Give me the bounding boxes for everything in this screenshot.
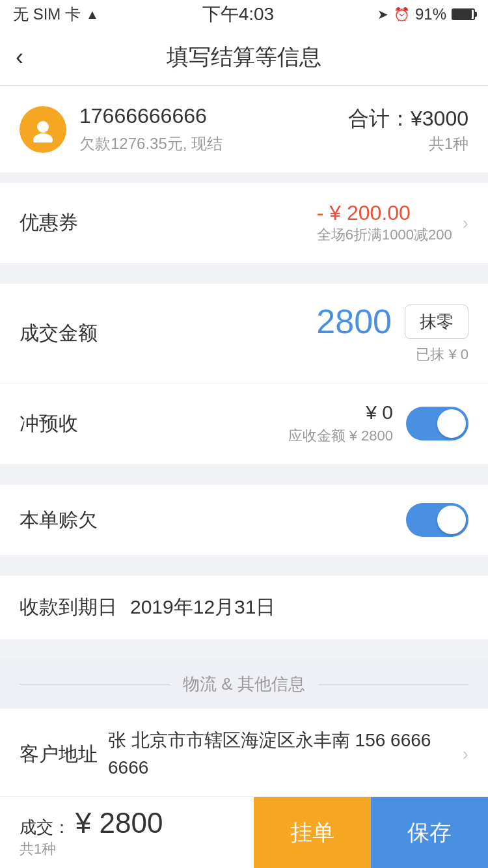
coupon-row[interactable]: 优惠券 - ¥ 200.00 全场6折满1000减200 ›	[0, 183, 488, 263]
divider-1	[0, 273, 488, 284]
address-label: 客户地址	[20, 741, 98, 768]
coupon-amount: - ¥ 200.00	[317, 201, 411, 224]
credit-toggle-knob	[437, 506, 466, 534]
toggle-knob	[437, 409, 466, 438]
prepay-values: ¥ 0 应收金额 ¥ 2800	[288, 401, 393, 446]
prepay-sub: 应收金额 ¥ 2800	[288, 426, 393, 446]
battery-icon	[452, 8, 475, 20]
customer-sub: 欠款1276.35元, 现结	[79, 133, 223, 154]
save-button[interactable]: 保存	[371, 797, 488, 869]
svg-point-0	[37, 121, 49, 133]
avatar	[20, 106, 66, 153]
address-chevron-icon: ›	[463, 744, 468, 765]
address-value: 张 北京市市辖区海淀区永丰南 156 6666 6666	[98, 727, 463, 781]
prepay-right: ¥ 0 应收金额 ¥ 2800	[288, 401, 468, 446]
content: 17666666666 欠款1276.35元, 现结 合计：¥3000 共1种 …	[0, 86, 488, 868]
amount-top: 2800 抹零	[316, 302, 468, 341]
customer-card: 17666666666 欠款1276.35元, 现结 合计：¥3000 共1种	[0, 86, 488, 172]
bottom-left: 成交： ¥ 2800 共1种	[0, 807, 254, 859]
deal-amount-value: 2800	[316, 302, 392, 341]
total-amount: 合计：¥3000	[348, 105, 468, 133]
logistics-title: 物流 & 其他信息	[183, 673, 305, 696]
customer-phone: 17666666666	[79, 104, 223, 128]
bottom-count: 共1种	[20, 839, 234, 859]
hang-button[interactable]: 挂单	[254, 797, 371, 869]
customer-right: 合计：¥3000 共1种	[348, 105, 468, 154]
deal-amount-right: 2800 抹零 已抹 ¥ 0	[316, 302, 468, 364]
back-button[interactable]: ‹	[16, 44, 23, 71]
prepay-value: ¥ 0	[288, 401, 393, 424]
coupon-info: - ¥ 200.00 全场6折满1000减200	[317, 201, 452, 245]
title-line-left	[20, 684, 170, 685]
deal-amount-row: 成交金额 2800 抹零 已抹 ¥ 0	[0, 284, 488, 383]
credit-section: 本单赊欠	[0, 485, 488, 555]
coupon-desc: 全场6折满1000减200	[317, 225, 452, 245]
wifi-icon: ▲	[86, 7, 99, 22]
divider-2	[0, 474, 488, 485]
coupon-label: 优惠券	[20, 210, 78, 236]
bottom-deal-text: 成交：	[20, 817, 70, 837]
credit-label: 本单赊欠	[20, 507, 98, 534]
status-right: ➤ ⏰ 91%	[377, 5, 475, 23]
alarm-icon: ⏰	[394, 7, 410, 22]
deal-amount-label: 成交金额	[20, 320, 98, 347]
divider-3	[0, 565, 488, 576]
customer-left: 17666666666 欠款1276.35元, 现结	[20, 104, 223, 154]
customer-info: 17666666666 欠款1276.35元, 现结	[79, 104, 223, 154]
divider-4	[0, 649, 488, 660]
date-value: 2019年12月31日	[130, 594, 275, 621]
carrier-label: 无 SIM 卡	[13, 4, 81, 25]
round-button[interactable]: 抹零	[405, 305, 468, 339]
status-bar: 无 SIM 卡 ▲ 下午4:03 ➤ ⏰ 91%	[0, 0, 488, 29]
coupon-chevron-icon: ›	[463, 213, 468, 234]
total-count: 共1种	[348, 133, 468, 154]
coupon-right: - ¥ 200.00 全场6折满1000减200 ›	[317, 201, 468, 245]
battery-label: 91%	[415, 5, 446, 23]
credit-toggle[interactable]	[406, 503, 468, 537]
credit-row: 本单赊欠	[0, 485, 488, 555]
address-row[interactable]: 客户地址 张 北京市市辖区海淀区永丰南 156 6666 6666 ›	[0, 709, 488, 800]
status-time: 下午4:03	[202, 2, 275, 27]
header: ‹ 填写结算等信息	[0, 29, 488, 86]
status-left: 无 SIM 卡 ▲	[13, 4, 99, 25]
prepay-row: 冲预收 ¥ 0 应收金额 ¥ 2800	[0, 383, 488, 464]
location-icon: ➤	[377, 7, 388, 22]
prepay-toggle[interactable]	[406, 407, 468, 441]
bottom-amount: ¥ 2800	[75, 807, 163, 839]
deal-amount-section: 成交金额 2800 抹零 已抹 ¥ 0 冲预收 ¥ 0 应收金额 ¥ 2800	[0, 284, 488, 464]
prepay-label: 冲预收	[20, 411, 78, 437]
title-line-right	[318, 684, 468, 685]
date-row: 收款到期日 2019年12月31日	[0, 576, 488, 639]
deal-amount-sub: 已抹 ¥ 0	[416, 345, 468, 364]
page-title: 填写结算等信息	[167, 42, 321, 72]
date-label: 收款到期日	[20, 594, 117, 621]
svg-point-1	[33, 133, 53, 142]
bottom-deal-label: 成交： ¥ 2800	[20, 807, 234, 839]
logistics-section-title: 物流 & 其他信息	[0, 660, 488, 709]
bottom-bar: 成交： ¥ 2800 共1种 挂单 保存	[0, 796, 488, 868]
